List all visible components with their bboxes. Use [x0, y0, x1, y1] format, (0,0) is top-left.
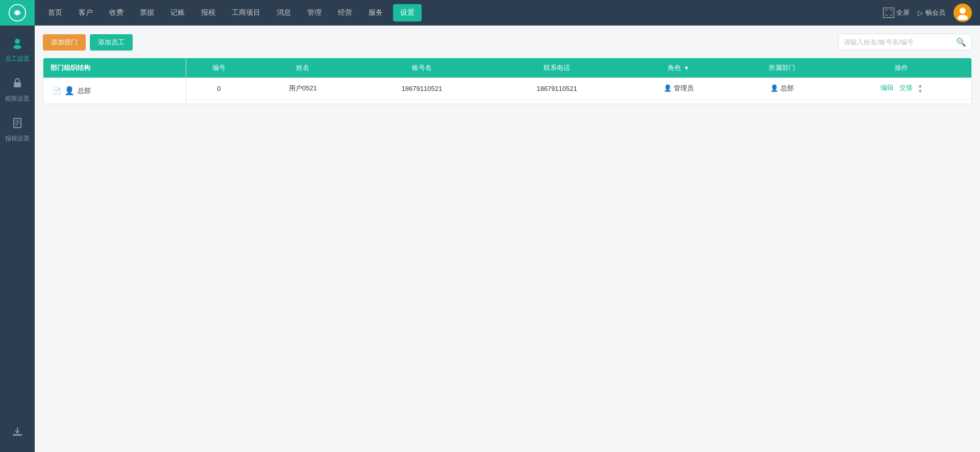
toolbar: 添加部门 添加员工 🔍: [43, 34, 972, 51]
dept-person-icon: 👤: [770, 84, 778, 92]
tree-header: 部门组织结构: [43, 58, 186, 78]
cell-actions: 编辑 交接 ▲ ▼: [831, 78, 971, 100]
download-icon: [12, 426, 23, 440]
sidebar-item-tax-settings[interactable]: 报税设置: [0, 110, 35, 150]
cell-name: 用户0521: [252, 78, 355, 100]
nav-item-manage[interactable]: 管理: [299, 0, 330, 26]
col-action: 操作: [831, 58, 971, 78]
row-scroll-arrows: ▲ ▼: [918, 83, 923, 94]
col-account: 账号名: [354, 58, 489, 78]
person-tree-icon: 👤: [64, 86, 75, 96]
nav-item-business[interactable]: 工商项目: [224, 0, 268, 26]
panels: 部门组织结构 📄 👤 总部 编号 姓名 账号名: [43, 58, 972, 104]
col-name: 姓名: [252, 58, 355, 78]
nav-item-home[interactable]: 首页: [40, 0, 70, 26]
user-avatar[interactable]: [953, 4, 972, 22]
sidebar-item-permission[interactable]: 权限设置: [0, 70, 35, 110]
nav-item-operation[interactable]: 经营: [330, 0, 360, 26]
file-icon: 📄: [53, 87, 61, 95]
nav-item-settings[interactable]: 设置: [393, 4, 422, 21]
svg-point-3: [958, 15, 968, 20]
svg-rect-11: [13, 434, 22, 436]
col-id: 编号: [186, 58, 252, 78]
cell-account: 18679110521: [354, 78, 489, 100]
cell-role: 👤管理员: [624, 78, 732, 100]
member-button[interactable]: ▷ 畅会员: [918, 8, 945, 17]
table-panel: 编号 姓名 账号名 联系电话 角色 ▼ 所属部门 操作: [186, 58, 971, 104]
tree-body: 📄 👤 总部: [43, 78, 186, 104]
report-icon: [12, 117, 22, 131]
main-layout: 员工设置 权限设置 报税设置 添加部门 添加员工: [0, 26, 980, 452]
logo[interactable]: [0, 0, 35, 26]
top-navigation: 首页 客户 收费 票据 记账 报税 工商项目 消息 管理 经营 服务 设置 ⛶ …: [0, 0, 980, 26]
employee-table: 编号 姓名 账号名 联系电话 角色 ▼ 所属部门 操作: [186, 58, 971, 100]
sidebar-item-employee[interactable]: 员工设置: [0, 31, 35, 70]
nav-right: ⛶ 全屏 ▷ 畅会员: [875, 4, 980, 22]
col-phone: 联系电话: [489, 58, 624, 78]
nav-item-fee[interactable]: 收费: [101, 0, 132, 26]
cell-dept: 👤总部: [732, 78, 831, 100]
nav-item-service[interactable]: 服务: [360, 0, 391, 26]
search-box: 🔍: [838, 34, 972, 51]
svg-point-4: [15, 39, 20, 44]
nav-item-invoice[interactable]: 票据: [132, 0, 162, 26]
lock-icon: [12, 78, 22, 91]
scroll-up-icon: ▲: [918, 83, 923, 88]
search-input[interactable]: [839, 35, 951, 49]
fullscreen-icon: ⛶: [883, 8, 894, 18]
transfer-link[interactable]: 交接: [899, 84, 913, 91]
nav-item-client[interactable]: 客户: [70, 0, 101, 26]
role-person-icon: 👤: [664, 84, 672, 92]
table-row: 0 用户0521 18679110521 18679110521 👤管理员 👤总…: [186, 78, 971, 100]
tree-panel: 部门组织结构 📄 👤 总部: [43, 58, 186, 104]
nav-items: 首页 客户 收费 票据 记账 报税 工商项目 消息 管理 经营 服务 设置: [35, 0, 875, 26]
cell-phone: 18679110521: [489, 78, 624, 100]
sidebar: 员工设置 权限设置 报税设置: [0, 26, 35, 452]
main-content: 添加部门 添加员工 🔍 部门组织结构 📄 👤 总部: [35, 26, 980, 452]
nav-item-message[interactable]: 消息: [268, 0, 299, 26]
nav-item-account[interactable]: 记账: [162, 0, 193, 26]
svg-point-2: [960, 8, 966, 14]
scroll-down-icon: ▼: [918, 88, 923, 94]
search-icon: 🔍: [956, 38, 966, 46]
col-role: 角色 ▼: [624, 58, 732, 78]
fullscreen-button[interactable]: ⛶ 全屏: [883, 8, 910, 18]
col-dept: 所属部门: [732, 58, 831, 78]
nav-item-tax[interactable]: 报税: [193, 0, 224, 26]
edit-link[interactable]: 编辑: [880, 84, 894, 91]
add-emp-button[interactable]: 添加员工: [90, 34, 133, 51]
sort-icon: ▼: [684, 65, 690, 71]
tree-item-general[interactable]: 📄 👤 总部: [51, 83, 179, 99]
search-button[interactable]: 🔍: [951, 34, 971, 50]
svg-point-1: [15, 11, 19, 14]
person-icon: [12, 38, 23, 52]
cell-id: 0: [186, 78, 252, 100]
play-icon: ▷: [918, 9, 923, 17]
sidebar-item-download[interactable]: [0, 419, 35, 447]
svg-point-5: [13, 45, 21, 49]
svg-rect-6: [14, 82, 21, 87]
add-dept-button[interactable]: 添加部门: [43, 34, 86, 51]
